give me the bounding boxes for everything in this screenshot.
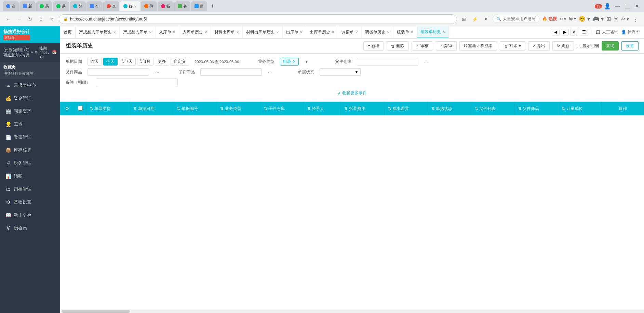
new-tab-button[interactable]: + [208,3,217,10]
sidebar-item-fixed-assets[interactable]: 🏢 固定资产 [0,105,60,118]
parent-warehouse-more[interactable]: ··· [424,59,428,65]
window-minimize[interactable]: — [613,3,622,9]
sun-tool[interactable]: ☀ [614,16,618,22]
company-selector[interactable]: (勿删勿禁用) 江西服宝测试专用 ▾ ⚙ 账期 2021-10 📅 [0,43,60,62]
export-button[interactable]: ↗ 导出 [528,41,550,51]
home-button[interactable]: ⌂ [37,15,45,23]
forward-button[interactable]: → [15,15,23,23]
back-button[interactable]: ← [4,15,12,23]
close-all-tabs[interactable]: ✕ [570,29,578,35]
more-btn[interactable]: 更多 [155,58,169,66]
business-type-col[interactable]: ⇅ 业务类型 [217,102,260,115]
tab-material-out[interactable]: 材料出库单 ✕ [211,26,243,38]
browser-tab-9[interactable]: 腾 [141,1,157,11]
menu-button[interactable]: ⋮ [632,15,640,23]
tab-in-order[interactable]: 入库单 ✕ [156,26,179,38]
child-warehouse-col[interactable]: ⇅ 子件仓库 [260,102,304,115]
tab-transfer-history[interactable]: 调拨单历史 ✕ [362,26,393,38]
browser-tab-3[interactable]: 易 [36,1,52,11]
query-button[interactable]: 查询 [602,41,619,51]
sidebar-item-archive[interactable]: 🗂 归档管理 [0,183,60,196]
parent-goods-more[interactable]: ··· [155,69,159,75]
browser-tab-7[interactable]: 企 [103,1,119,11]
collapse-button[interactable]: ∧ 收起更多条件 [66,89,639,97]
tab-product-in-history[interactable]: 产成品入库单历史 ✕ [76,26,120,38]
cut-tool[interactable]: ✂ ▾ [560,17,566,22]
tab-assembly-history[interactable]: 组装单历史 ✕ [417,26,449,38]
qr-button[interactable]: ⊞ [460,15,468,23]
tabs-scroll-right[interactable]: ▶ [561,29,569,35]
disassembly-cost-col[interactable]: ⇅ 拆装费用 [341,102,384,115]
reload-button[interactable]: ↻ [26,15,34,23]
approve-button[interactable]: ✓ 审核 [412,41,433,51]
sidebar-item-settings[interactable]: ⚙ 基础设置 [0,196,60,209]
tab-material-out-history[interactable]: 材料出库单历史 ✕ [243,26,283,38]
delete-button[interactable]: 🗑 删除 [387,41,409,51]
table-settings-btn[interactable]: ⚙ [64,104,71,113]
sidebar-item-finance[interactable]: 💰 资金管理 [0,92,60,105]
window-icon-profile[interactable]: 👤 [603,3,612,10]
emoji-tool[interactable]: 😊 ▾ [579,16,590,22]
more-tabs[interactable]: ☰ [580,29,588,35]
sidebar-item-tax[interactable]: 🖨 税务管理 [0,157,60,170]
game-tool[interactable]: 🎮 ▾ [593,16,604,22]
custom-btn[interactable]: 自定义 [171,58,189,66]
parent-goods-col[interactable]: ⇅ 父件商品 [515,102,558,115]
filter-settings-button[interactable]: 设置 [621,41,639,51]
child-goods-input[interactable] [200,68,262,76]
sidebar-item-payroll[interactable]: 👷 工资 [0,118,60,131]
sidebar-item-inventory[interactable]: 📦 库存核算 [0,144,60,157]
user-avatar[interactable]: 👤 徐泽华 [621,29,640,35]
browser-tab-6[interactable]: 个 [86,1,103,11]
sidebar-item-cloud-reports[interactable]: ☁ 云报表中心 [0,79,60,92]
parent-goods-input[interactable] [88,68,149,76]
browser-tab-1[interactable]: 在 [3,1,19,11]
address-bar[interactable]: 🔒 https://cloud.chanjet.com/accounting/u… [59,14,457,24]
bill-type-col[interactable]: ⇅ 单票类型 [86,102,130,115]
dropdown-button[interactable]: ▾ [482,15,490,23]
abandon-button[interactable]: ○ 弃审 [436,41,457,51]
tab-in-history[interactable]: 入库单历史 ✕ [179,26,211,38]
sidebar-item-settlement[interactable]: 📊 结账 [0,170,60,183]
handler-col[interactable]: ⇅ 经手人 [304,102,341,115]
search-bar[interactable]: 🔍 大量安卓用户逃离 [493,15,539,23]
browser-tab-12[interactable]: 目 [191,1,207,11]
browser-tab-10[interactable]: 畅 [158,1,174,11]
browser-tab-5[interactable]: 好 [70,1,86,11]
browser-tab-2[interactable]: 新 [19,1,36,11]
parent-list-col[interactable]: ⇅ 父件列表 [471,102,514,115]
yesterday-btn[interactable]: 昨天 [88,58,102,66]
unit-col[interactable]: ⇅ 计量单位 [558,102,602,115]
tab-out-order[interactable]: 出库单 ✕ [283,26,306,38]
print-button[interactable]: 🖨 打印 ▾ [500,41,525,51]
note-input[interactable] [96,79,178,86]
tab-out-history[interactable]: 出库单历史 ✕ [306,26,338,38]
checkbox-col[interactable] [75,102,86,115]
refresh-button[interactable]: ↻ 刷新 [552,41,574,51]
business-type-dropdown[interactable]: ▾ [304,59,309,65]
bookmark-button[interactable]: ☆ [48,15,56,23]
bill-status-select[interactable]: ▾ [320,68,361,76]
tag-close-icon[interactable]: ✕ [293,59,296,64]
bill-status-col[interactable]: ⇅ 单据状态 [428,102,471,115]
parent-warehouse-input[interactable] [357,58,418,66]
browser-tab-11[interactable]: 各 [174,1,190,11]
recalc-button[interactable]: C 重新计算成本 [459,41,497,51]
grid-tool[interactable]: ⊞ [606,16,611,22]
1month-btn[interactable]: 近1月 [137,58,154,66]
cost-diff-col[interactable]: ⇅ 成本差异 [384,102,428,115]
favorites-hint[interactable]: 快捷键打开收藏夹 [3,71,57,76]
horizontal-scrollbar[interactable] [60,309,644,313]
translate-tool[interactable]: 译 ▾ [569,16,576,22]
child-goods-more[interactable]: ··· [268,69,272,75]
customer-service[interactable]: 🎧 人工咨询 [595,29,618,35]
window-maximize[interactable]: ⬜ [622,3,632,9]
sidebar-item-invoices[interactable]: 📄 发票管理 [0,131,60,144]
bill-no-col[interactable]: ⇅ 单据编号 [173,102,217,115]
show-detail-checkbox[interactable]: 显示明细 [577,43,599,49]
7days-btn[interactable]: 近7天 [119,58,136,66]
tab-assembly[interactable]: 组装单 ✕ [393,26,417,38]
undo-tool[interactable]: ↩ ▾ [621,16,629,22]
browser-tab-4[interactable]: 易 [53,1,69,11]
tabs-scroll-left[interactable]: ◀ [552,29,560,35]
